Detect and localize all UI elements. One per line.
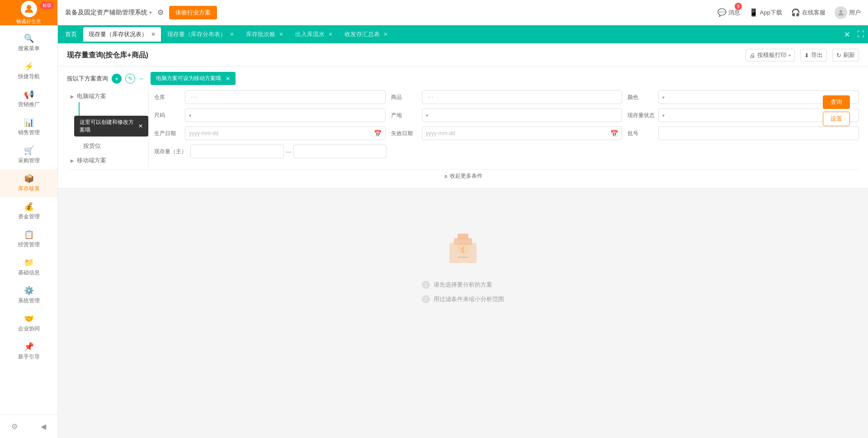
support-icon: 🎧 — [791, 8, 800, 17]
header-settings-icon[interactable]: ⚙ — [157, 8, 164, 17]
scheme-sub-list: 按货位 — [67, 140, 148, 152]
scheme-mobile[interactable]: ▶ 移动端方案 — [67, 155, 148, 166]
sidebar-badge: 标版 — [40, 2, 54, 9]
sidebar-item-label: 系统管理 — [18, 297, 40, 305]
sidebar-item-finance[interactable]: 💰 资金管理 — [0, 197, 57, 225]
tab-home[interactable]: 首页 — [60, 27, 82, 42]
tab-inout-flow[interactable]: 出入库流水 ✕ — [290, 27, 338, 42]
tab-inventory-status-close[interactable]: ✕ — [151, 31, 156, 38]
prod-date-start[interactable]: yyyy-mm-dd 📅 — [185, 127, 386, 140]
empty-step-2: 2 用过滤条件来缩小分析范围 — [422, 293, 504, 305]
product-select[interactable]: ··· — [422, 90, 623, 104]
sidebar-item-purchase[interactable]: 🛒 采购管理 — [0, 141, 57, 169]
filter-field-inv-qty: 现存量（主） — — [154, 145, 387, 158]
filter-add-button[interactable]: + — [112, 74, 122, 84]
tab-batch-ledger-label: 库存批次账 — [246, 30, 275, 38]
export-icon: ⬇ — [804, 52, 809, 59]
inv-qty-range: — — [190, 145, 387, 158]
scheme-tooltip-close[interactable]: ✕ — [226, 75, 230, 82]
sidebar-item-guide[interactable]: 📌 新手引导 — [0, 337, 57, 365]
message-action[interactable]: 💬 9 消息 — [717, 8, 740, 17]
tab-batch-ledger[interactable]: 库存批次账 ✕ — [241, 27, 289, 42]
tab-expand-icon[interactable]: ⛶ — [855, 28, 866, 40]
support-label: 在线客服 — [802, 9, 826, 17]
page-title-row: 现存量查询(按仓库+商品) 🖨 按模板打印 ▾ ⬇ 导出 ↻ 刷新 — [67, 49, 859, 66]
scheme-area: ▶ 电脑端方案 这里可以创建和修改方案哦 ✕ — [67, 90, 859, 166]
inv-qty-max[interactable] — [293, 145, 387, 158]
scheme-desktop[interactable]: ▶ 电脑端方案 — [67, 90, 148, 102]
origin-select-arrow: ▾ — [426, 113, 428, 118]
filter-row-4: 现存量（主） — — [154, 145, 859, 158]
batch-no-input[interactable] — [658, 127, 859, 140]
user-label: 用户 — [849, 9, 861, 17]
finance-icon: 💰 — [24, 202, 34, 212]
user-avatar — [835, 6, 847, 19]
tab-collect-summary[interactable]: 收发存汇总表 ✕ — [339, 27, 393, 42]
tab-inventory-dist-close[interactable]: ✕ — [230, 31, 234, 38]
inv-qty-min[interactable] — [190, 145, 284, 158]
filter-row-1: 仓库 ··· 商品 ··· — [154, 90, 859, 104]
enterprise-icon: 🤝 — [24, 314, 34, 324]
exp-date-label: 失效日期 — [391, 130, 418, 137]
create-tooltip: 这里可以创建和修改方案哦 ✕ — [74, 116, 148, 137]
dropdown-icon: ▾ — [149, 9, 152, 16]
operations-icon: 📋 — [24, 230, 34, 240]
prod-date-icon: 📅 — [374, 130, 382, 137]
settings-bottom-icon[interactable]: ⚙ — [9, 420, 19, 433]
step-1-text: 请先选择要分析的方案 — [434, 279, 492, 291]
tab-bar: 首页 现存量（库存状况表） ✕ 现存量（库存分布表） ✕ 库存批次账 ✕ 出入库… — [58, 25, 868, 43]
collapse-button[interactable]: ∧ 收起更多条件 — [67, 169, 859, 183]
refresh-button[interactable]: ↻ 刷新 — [832, 49, 859, 61]
trial-button[interactable]: 体验行业方案 — [169, 6, 217, 19]
filter-field-batch-no: 批号 — [627, 127, 859, 140]
collapse-sidebar-icon[interactable]: ◀ — [39, 420, 48, 433]
tab-inventory-status[interactable]: 现存量（库存状况表） ✕ — [83, 27, 161, 42]
sidebar-item-search-menu[interactable]: 🔍 搜索菜单 — [0, 29, 57, 57]
filter-fields: 仓库 ··· 商品 ··· — [148, 90, 859, 166]
sidebar-item-basic[interactable]: 📁 基础信息 — [0, 253, 57, 281]
create-tooltip-container: 这里可以创建和修改方案哦 ✕ — [74, 116, 148, 137]
sidebar-item-enterprise[interactable]: 🤝 企业协同 — [0, 309, 57, 337]
collapse-icon: ∧ — [444, 173, 448, 179]
filter-arrow-button[interactable]: ← — [139, 75, 145, 82]
tab-inout-flow-close[interactable]: ✕ — [328, 31, 333, 38]
inv-status-arrow: ▾ — [662, 113, 665, 118]
sidebar-item-inventory[interactable]: 📦 库存核算 — [0, 169, 57, 197]
tab-close-all-icon[interactable]: ✕ — [842, 28, 852, 41]
tab-collect-summary-close[interactable]: ✕ — [383, 31, 388, 38]
prod-date-placeholder: yyyy-mm-dd — [189, 130, 218, 137]
warehouse-select[interactable]: ··· — [185, 90, 386, 104]
scheme-child-warehousing[interactable]: 按货位 — [80, 140, 148, 152]
product-dots: ··· — [426, 93, 435, 101]
reset-button[interactable]: 设置 — [823, 112, 850, 126]
filter-field-exp-date: 失效日期 yyyy-mm-dd 📅 — [391, 127, 623, 140]
exp-date-input[interactable]: yyyy-mm-dd 📅 — [422, 127, 623, 140]
print-icon: 🖨 — [750, 52, 755, 59]
sidebar-logo: 畅通好生意 标版 — [0, 0, 57, 25]
filter-edit-button[interactable]: ✎ — [125, 74, 135, 84]
create-tooltip-close[interactable]: ✕ — [138, 123, 143, 129]
app-download-action[interactable]: 📱 App下载 — [749, 8, 782, 17]
user-action[interactable]: 用户 — [835, 6, 861, 19]
print-dropdown-icon: ▾ — [788, 53, 791, 58]
tab-inventory-dist[interactable]: 现存量（库存分布表） ✕ — [162, 27, 240, 42]
filter-section-inner: 按以下方案查询 + ✎ ← 电脑方案可设为移动方案哦 ✕ — [67, 72, 859, 183]
size-select[interactable]: ▾ — [185, 108, 386, 122]
sidebar-item-label: 采购管理 — [18, 157, 40, 165]
support-action[interactable]: 🎧 在线客服 — [791, 8, 826, 17]
svg-point-1 — [840, 10, 842, 13]
sidebar-item-marketing[interactable]: 📢 营销推广 — [0, 85, 57, 113]
page-actions: 🖨 按模板打印 ▾ ⬇ 导出 ↻ 刷新 — [745, 49, 859, 61]
sidebar-item-quick-nav[interactable]: ⚡ 快捷导航 — [0, 57, 57, 85]
search-reset-area: 查询 设置 — [823, 95, 850, 126]
search-button[interactable]: 查询 — [823, 95, 850, 109]
export-button[interactable]: ⬇ 导出 — [800, 49, 827, 61]
sidebar-item-system[interactable]: ⚙️ 系统管理 — [0, 281, 57, 309]
tab-batch-ledger-close[interactable]: ✕ — [279, 31, 283, 38]
empty-text: 1 请先选择要分析的方案 2 用过滤条件来缩小分析范围 — [422, 279, 504, 305]
print-button[interactable]: 🖨 按模板打印 ▾ — [745, 49, 795, 61]
system-title-dropdown[interactable]: 装备及固定资产辅助管理系统 ▾ — [65, 9, 152, 17]
sidebar-item-operations[interactable]: 📋 经营管理 — [0, 225, 57, 253]
origin-select[interactable]: ▾ — [422, 108, 623, 122]
sidebar-item-sales[interactable]: 📊 销售管理 — [0, 113, 57, 141]
